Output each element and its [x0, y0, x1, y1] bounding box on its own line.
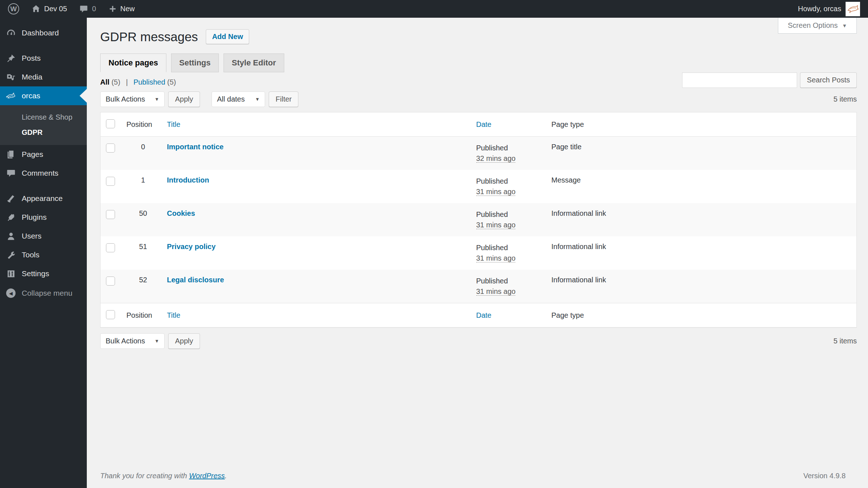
row-page-type: Informational link — [552, 270, 857, 303]
table-row: 52 Legal disclosure Published 31 mins ag… — [101, 270, 857, 303]
row-position: 50 — [136, 209, 150, 218]
sidebar-item-orcas[interactable]: orcas — [0, 86, 87, 105]
select-arrow-icon: ▼ — [255, 97, 260, 102]
row-status: Published — [476, 276, 548, 286]
chevron-down-icon: ▼ — [842, 23, 847, 29]
user-avatar — [846, 2, 860, 16]
row-status: Published — [476, 209, 548, 220]
table-row: 1 Introduction Published 31 mins ago Mes… — [101, 170, 857, 203]
footer-version: Version 4.9.8 — [803, 472, 846, 480]
tablenav-top: Bulk Actions ▼ Apply All dates ▼ Filter … — [100, 91, 857, 107]
row-title-link[interactable]: Legal disclosure — [167, 276, 224, 284]
comments-bubble-icon — [79, 4, 88, 13]
sidebar-item-label: Settings — [22, 269, 49, 278]
sidebar-item-media[interactable]: Media — [0, 68, 87, 86]
dates-filter-select[interactable]: All dates ▼ — [212, 91, 265, 107]
select-all-checkbox[interactable] — [106, 119, 115, 128]
submenu-item-license-shop[interactable]: License & Shop — [0, 110, 87, 125]
items-count-bottom: 5 items — [834, 337, 857, 345]
new-label: New — [120, 5, 135, 13]
site-name-link[interactable]: Dev 05 — [31, 4, 67, 13]
view-divider: | — [126, 78, 128, 86]
search-input[interactable] — [682, 72, 797, 88]
row-checkbox[interactable] — [106, 210, 115, 219]
filter-button[interactable]: Filter — [269, 91, 298, 107]
select-arrow-icon: ▼ — [154, 97, 159, 102]
view-published-link[interactable]: Published — [133, 78, 165, 86]
my-account-menu[interactable]: Howdy, orcas — [798, 2, 860, 16]
sidebar-item-appearance[interactable]: Appearance — [0, 189, 87, 208]
column-header-position: Position — [124, 112, 163, 137]
search-posts-button[interactable]: Search Posts — [800, 72, 857, 88]
submenu-item-gdpr[interactable]: GDPR — [0, 125, 87, 140]
column-footer-page-type: Page type — [552, 303, 857, 328]
sidebar-item-plugins[interactable]: Plugins — [0, 208, 87, 227]
row-status: Published — [476, 143, 548, 153]
admin-bar-comments[interactable]: 0 — [79, 4, 96, 13]
column-footer-title[interactable]: Title — [167, 311, 180, 319]
column-header-title[interactable]: Title — [167, 120, 180, 128]
row-title-link[interactable]: Privacy policy — [167, 243, 216, 251]
collapse-menu-button[interactable]: ◀ Collapse menu — [0, 284, 87, 303]
column-header-date[interactable]: Date — [476, 120, 492, 128]
list-area: Search Posts All (5) | Published (5) Bul… — [100, 72, 857, 349]
row-title-link[interactable]: Important notice — [167, 143, 224, 151]
admin-sidebar: Dashboard Posts Media orcas License & Sh… — [0, 18, 87, 488]
screen-options-label: Screen Options — [788, 21, 838, 30]
sidebar-item-settings[interactable]: Settings — [0, 264, 87, 283]
collapse-menu-label: Collapse menu — [22, 289, 72, 297]
column-header-page-type: Page type — [552, 112, 857, 137]
row-checkbox[interactable] — [106, 144, 115, 153]
add-new-button[interactable]: Add New — [206, 29, 249, 44]
dashboard-gauge-icon — [5, 28, 16, 38]
select-all-checkbox[interactable] — [106, 310, 115, 319]
row-status: Published — [476, 243, 548, 253]
howdy-label: Howdy, orcas — [798, 5, 841, 13]
sidebar-item-pages[interactable]: Pages — [0, 145, 87, 164]
orca-icon — [5, 91, 16, 101]
row-page-type: Informational link — [552, 203, 857, 236]
media-icon — [5, 72, 16, 82]
sidebar-item-tools[interactable]: Tools — [0, 245, 87, 264]
wordpress-admin-screen: W Dev 05 0 New Howdy, orcas — [0, 0, 868, 488]
row-title-link[interactable]: Introduction — [167, 176, 209, 184]
row-date: 31 mins ago — [476, 287, 516, 296]
submenu-item-label: GDPR — [22, 128, 43, 137]
column-footer-date[interactable]: Date — [476, 311, 492, 319]
user-icon — [5, 231, 16, 241]
tab-settings[interactable]: Settings — [171, 53, 219, 72]
tablenav-bottom: Bulk Actions ▼ Apply 5 items — [100, 333, 857, 349]
sidebar-item-label: Plugins — [22, 213, 47, 222]
bulk-actions-select-bottom[interactable]: Bulk Actions ▼ — [100, 333, 165, 349]
footer-thanks-text: Thank you for creating with WordPress. — [100, 472, 227, 480]
bulk-actions-select[interactable]: Bulk Actions ▼ — [100, 91, 165, 107]
sidebar-item-label: Appearance — [22, 194, 63, 203]
new-content-button[interactable]: New — [109, 5, 135, 13]
sidebar-item-label: Comments — [22, 169, 59, 177]
wordpress-link[interactable]: WordPress — [189, 472, 225, 480]
sliders-icon — [5, 269, 16, 279]
sidebar-item-posts[interactable]: Posts — [0, 49, 87, 68]
tab-notice-pages[interactable]: Notice pages — [100, 53, 166, 72]
row-checkbox[interactable] — [106, 277, 115, 286]
sidebar-item-users[interactable]: Users — [0, 227, 87, 245]
sidebar-item-comments[interactable]: Comments — [0, 164, 87, 183]
admin-bar: W Dev 05 0 New Howdy, orcas — [0, 0, 868, 18]
submenu-item-label: License & Shop — [22, 113, 72, 121]
tab-style-editor[interactable]: Style Editor — [224, 53, 284, 72]
menu-separator — [0, 183, 87, 189]
wp-logo-menu[interactable]: W — [8, 3, 19, 14]
gdpr-messages-wrap: GDPR messages Add New Notice pages Setti… — [100, 29, 857, 349]
wordpress-logo-icon: W — [8, 3, 19, 14]
row-status: Published — [476, 176, 548, 187]
sidebar-item-label: Pages — [22, 150, 43, 159]
sidebar-item-label: Media — [22, 73, 42, 81]
row-title-link[interactable]: Cookies — [167, 209, 195, 217]
row-checkbox[interactable] — [106, 243, 115, 252]
view-all-link[interactable]: All — [100, 78, 110, 86]
column-footer-position: Position — [124, 303, 163, 328]
sidebar-item-dashboard[interactable]: Dashboard — [0, 23, 87, 42]
apply-button-bottom[interactable]: Apply — [168, 333, 200, 349]
apply-button[interactable]: Apply — [168, 91, 200, 107]
row-checkbox[interactable] — [106, 177, 115, 186]
